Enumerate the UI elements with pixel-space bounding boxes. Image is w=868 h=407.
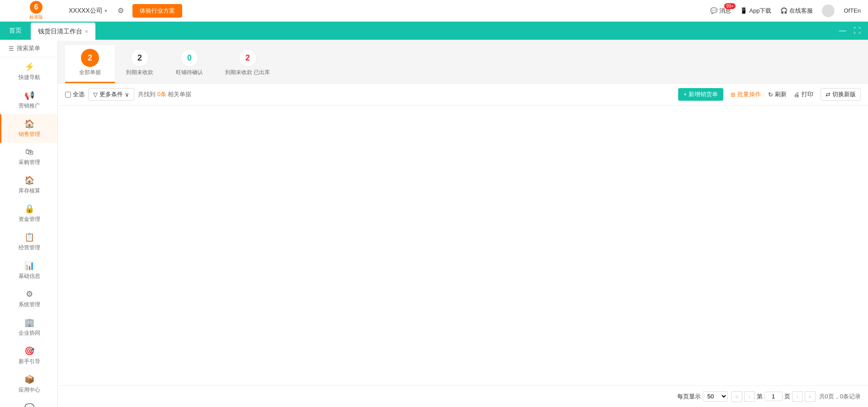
sidebar-item-purchase[interactable]: 🛍 采购管理 <box>0 143 57 171</box>
add-order-button[interactable]: + 新增销货单 <box>678 88 723 101</box>
active-tab-label: 钱货日清工作台 <box>38 28 82 36</box>
filter-icon: ▽ <box>93 91 98 98</box>
sidebar-item-marketing[interactable]: 📢 营销推广 <box>0 86 57 114</box>
prev-page-button[interactable]: ‹ <box>744 391 755 402</box>
stat-tab-wangpu[interactable]: 0 旺铺待确认 <box>165 45 214 83</box>
found-prefix: 共找到 <box>138 91 156 98</box>
filter-button[interactable]: ▽ 更多条件 ∨ <box>88 88 134 101</box>
company-name: XXXXX公司 <box>69 7 103 15</box>
wechat-icon: 💬 <box>24 403 34 407</box>
stat-tab-overdue-out[interactable]: 2 到期未收款 已出库 <box>214 45 281 83</box>
sidebar-label-app-center: 应用中心 <box>19 386 40 394</box>
sidebar-item-quick-nav[interactable]: ⚡ 快捷导航 <box>0 57 57 86</box>
chevron-down-icon: ▾ <box>104 8 107 14</box>
select-all-checkbox[interactable]: 全选 <box>65 90 85 98</box>
company-selector[interactable]: XXXXX公司 ▾ <box>65 5 111 17</box>
app-center-icon: 📦 <box>24 374 34 384</box>
stat-tab-all[interactable]: 2 全部单据 <box>65 45 115 83</box>
page-label: 第 <box>757 393 763 401</box>
sidebar-label-marketing: 营销推广 <box>19 102 40 110</box>
sidebar-label-basic-info: 基础信息 <box>19 272 40 280</box>
page-size-select[interactable]: 50 100 200 <box>703 391 728 402</box>
checkbox-input[interactable] <box>65 92 71 98</box>
online-service-button[interactable]: 🎧 在线客服 <box>780 7 813 15</box>
sidebar-label-finance: 资金管理 <box>19 215 40 223</box>
avatar[interactable] <box>822 5 835 17</box>
content-area: 2 全部单据 2 到期未收款 0 旺铺待确认 2 到期未收款 已出库 <box>58 40 868 407</box>
app-download-icon: 📱 <box>740 7 747 14</box>
active-tab[interactable]: 钱货日清工作台 × <box>31 23 95 41</box>
purchase-icon: 🛍 <box>25 147 33 157</box>
app-download-button[interactable]: 📱 App下载 <box>740 7 771 15</box>
enterprise-icon: 🏢 <box>24 318 34 327</box>
sidebar-item-operations[interactable]: 📋 经营管理 <box>0 228 57 256</box>
print-button[interactable]: 🖨 打印 <box>794 90 813 98</box>
marketing-icon: 📢 <box>24 90 34 100</box>
sidebar-item-sales[interactable]: 🏠 销售管理 <box>0 114 57 143</box>
trial-button[interactable]: 体验行业方案 <box>132 4 182 18</box>
stat-tab-overdue[interactable]: 2 到期未收款 <box>115 45 165 83</box>
toolbar-right: + 新增销货单 ⊞ 批量操作 ↻ 刷新 🖨 打印 ⇄ <box>678 88 861 101</box>
sidebar-item-guide[interactable]: 🎯 新手引导 <box>0 342 57 370</box>
operations-icon: 📋 <box>24 232 34 242</box>
found-text: 共找到 0条 相关单据 <box>138 90 191 98</box>
sidebar-label-inventory: 库存核算 <box>19 187 40 195</box>
app-logo: 6 <box>30 1 42 14</box>
tab-close-icon[interactable]: × <box>85 28 88 35</box>
stat-number-overdue-out: 2 <box>239 49 257 67</box>
sidebar-label-search-menu: 搜索菜单 <box>17 44 40 52</box>
headset-icon: 🎧 <box>780 7 788 14</box>
sidebar-label-guide: 新手引导 <box>19 358 40 365</box>
stat-number-all: 2 <box>81 49 99 67</box>
batch-icon: ⊞ <box>731 91 736 98</box>
refresh-button[interactable]: ↻ 刷新 <box>768 90 787 98</box>
stat-label-wangpu: 旺铺待确认 <box>176 69 203 76</box>
sidebar-item-system[interactable]: ⚙ 系统管理 <box>0 285 57 313</box>
refresh-label: 刷新 <box>775 90 787 98</box>
maximize-icon[interactable]: ⛶ <box>852 25 863 36</box>
sidebar-item-basic-info[interactable]: 📊 基础信息 <box>0 256 57 285</box>
home-tab[interactable]: 首页 <box>0 22 31 40</box>
minimize-icon[interactable]: — <box>837 25 848 36</box>
sales-icon: 🏠 <box>24 119 34 129</box>
finance-icon: 🔒 <box>24 204 34 214</box>
message-button[interactable]: 💬 消息 99+ <box>710 7 731 15</box>
sidebar-item-finance[interactable]: 🔒 资金管理 <box>0 199 57 228</box>
sidebar-item-enterprise[interactable]: 🏢 企业协同 <box>0 313 57 342</box>
header-right: 💬 消息 99+ 📱 App下载 🎧 在线客服 OfTEn <box>710 5 861 17</box>
message-icon: 💬 <box>710 7 717 14</box>
switch-version-button[interactable]: ⇄ 切换新版 <box>821 88 861 101</box>
online-service-label: 在线客服 <box>789 7 813 15</box>
last-page-button[interactable]: » <box>805 391 816 402</box>
switch-label: 切换新版 <box>832 90 856 98</box>
sidebar-label-purchase: 采购管理 <box>19 159 40 166</box>
first-page-button[interactable]: « <box>731 391 742 402</box>
filter-label: 更多条件 <box>99 90 123 98</box>
pagination: 每页显示 50 100 200 « ‹ 第 页 › » 共0页，0条记录 <box>58 385 868 407</box>
tab-bar: 首页 钱货日清工作台 × — ⛶ <box>0 22 868 40</box>
next-page-button[interactable]: › <box>792 391 803 402</box>
sidebar-label-enterprise: 企业协同 <box>19 329 40 337</box>
page-size-selector: 每页显示 50 100 200 <box>677 391 728 402</box>
sidebar-label-system: 系统管理 <box>19 301 40 309</box>
settings-button[interactable]: ⚙ <box>114 5 127 17</box>
batch-operation-button[interactable]: ⊞ 批量操作 <box>731 90 761 98</box>
top-header: 6 标准版 XXXXX公司 ▾ ⚙ 体验行业方案 💬 消息 99+ 📱 App下… <box>0 0 868 22</box>
filter-arrow-icon: ∨ <box>125 91 129 98</box>
stats-tabs: 2 全部单据 2 到期未收款 0 旺铺待确认 2 到期未收款 已出库 <box>58 40 868 84</box>
main-layout: ☰ 搜索菜单 ⚡ 快捷导航 📢 营销推广 🏠 销售管理 🛍 采购管理 🏠 库存核… <box>0 40 868 407</box>
print-icon: 🖨 <box>794 91 800 98</box>
total-text: 共0页，0条记录 <box>819 393 861 401</box>
sidebar-item-wechat[interactable]: 💬 企业微信 <box>0 398 57 407</box>
stat-label-overdue-out: 到期未收款 已出库 <box>225 69 270 76</box>
stat-number-wangpu: 0 <box>180 49 198 67</box>
found-count: 0条 <box>157 91 166 98</box>
sidebar-item-app-center[interactable]: 📦 应用中心 <box>0 370 57 398</box>
sidebar-label-operations: 经营管理 <box>19 244 40 252</box>
logo-area: 6 标准版 <box>7 1 65 20</box>
app-subtitle: 标准版 <box>29 14 43 20</box>
page-number-input[interactable] <box>764 392 783 401</box>
sidebar-item-search-menu[interactable]: ☰ 搜索菜单 <box>0 40 57 57</box>
sidebar-item-inventory[interactable]: 🏠 库存核算 <box>0 171 57 199</box>
message-badge: 99+ <box>724 3 736 9</box>
